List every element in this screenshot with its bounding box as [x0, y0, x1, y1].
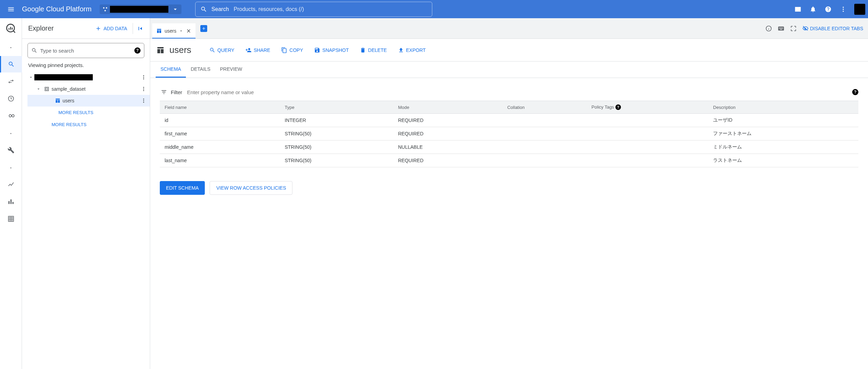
- more-vert-icon: [840, 6, 847, 13]
- rail-item-monitoring[interactable]: [3, 176, 19, 193]
- filter-input[interactable]: [187, 89, 852, 95]
- add-data-button[interactable]: ADD DATA: [95, 25, 127, 32]
- rail-item-bi[interactable]: [3, 193, 19, 210]
- disable-editor-tabs-button[interactable]: DISABLE EDITOR TABS: [800, 25, 866, 32]
- svg-point-18: [143, 89, 144, 90]
- fullscreen-button[interactable]: [787, 22, 800, 35]
- help-button[interactable]: [821, 2, 835, 16]
- rail-item-scheduled[interactable]: [3, 90, 19, 107]
- more-vert-icon: [141, 75, 146, 80]
- table-row: middle_nameSTRING(50)NULLABLEミドルネーム: [160, 141, 858, 154]
- tree-table-row[interactable]: users: [27, 95, 150, 107]
- svg-point-4: [843, 9, 844, 10]
- svg-point-12: [143, 75, 144, 76]
- svg-rect-9: [10, 199, 11, 204]
- rail-item-transfers[interactable]: [3, 73, 19, 90]
- cloud-shell-button[interactable]: [791, 2, 805, 16]
- collapse-explorer-button[interactable]: [133, 23, 144, 34]
- more-results-project-button[interactable]: MORE RESULTS: [27, 119, 150, 131]
- disable-tabs-label: DISABLE EDITOR TABS: [810, 26, 863, 31]
- cell-policy_tags: [587, 154, 708, 167]
- svg-rect-16: [46, 88, 47, 90]
- copy-button[interactable]: COPY: [278, 45, 307, 55]
- brand-title[interactable]: Google Cloud Platform: [22, 5, 91, 13]
- tab-dropdown-icon[interactable]: [179, 29, 183, 33]
- view-row-access-policies-button[interactable]: VIEW ROW ACCESS POLICIES: [210, 181, 292, 195]
- search-input[interactable]: [234, 6, 427, 12]
- filter-help-icon[interactable]: ?: [852, 89, 858, 95]
- cell-field_name: last_name: [160, 154, 280, 167]
- snapshot-button[interactable]: SNAPSHOT: [311, 45, 352, 55]
- table-more-button[interactable]: [140, 97, 148, 105]
- col-mode: Mode: [393, 101, 502, 114]
- new-tab-button[interactable]: [200, 25, 207, 32]
- swap-icon: [8, 78, 14, 85]
- tab-schema[interactable]: SCHEMA: [156, 62, 186, 78]
- svg-point-5: [843, 11, 844, 12]
- explorer-search-input[interactable]: [40, 48, 134, 54]
- rail-item-7[interactable]: ·: [3, 159, 19, 176]
- more-results-dataset-button[interactable]: MORE RESULTS: [27, 107, 150, 119]
- tab-preview[interactable]: PREVIEW: [215, 62, 247, 78]
- svg-point-19: [143, 90, 144, 91]
- explorer-search-box[interactable]: ?: [27, 43, 144, 58]
- tab-details[interactable]: DETAILS: [186, 62, 215, 78]
- more-options-button[interactable]: [836, 2, 850, 16]
- hamburger-menu-button[interactable]: [3, 1, 19, 18]
- chevron-down-icon[interactable]: [35, 86, 42, 92]
- tab-close-button[interactable]: [186, 28, 191, 34]
- explorer-header: Explorer ADD DATA: [22, 18, 150, 39]
- cell-type: INTEGER: [280, 114, 393, 127]
- help-icon[interactable]: ?: [134, 47, 141, 54]
- query-button[interactable]: QUERY: [206, 45, 238, 55]
- cell-description: ラストネーム: [708, 154, 858, 167]
- edit-schema-button[interactable]: EDIT SCHEMA: [160, 181, 205, 195]
- bigquery-icon[interactable]: [5, 22, 17, 35]
- tree-project-row[interactable]: [27, 71, 150, 83]
- rail-item-reservations[interactable]: [3, 108, 19, 124]
- infinity-icon: [7, 112, 15, 120]
- rail-item-1[interactable]: ·: [3, 39, 19, 55]
- info-icon: [765, 25, 772, 32]
- cell-policy_tags: [587, 127, 708, 141]
- search-icon: [200, 6, 207, 13]
- chevron-down-icon[interactable]: [27, 74, 34, 81]
- cell-type: STRING(50): [280, 127, 393, 141]
- save-icon: [314, 47, 320, 53]
- svg-point-13: [143, 77, 144, 78]
- search-icon: [8, 61, 15, 68]
- user-avatar[interactable]: [854, 4, 865, 15]
- cell-description: ファーストネーム: [708, 127, 858, 141]
- schema-button-row: EDIT SCHEMA VIEW ROW ACCESS POLICIES: [160, 181, 858, 195]
- rail-item-admin[interactable]: [3, 142, 19, 158]
- more-vert-icon: [141, 98, 146, 103]
- share-button[interactable]: SHARE: [242, 45, 274, 55]
- rail-item-sql[interactable]: [0, 56, 22, 72]
- svg-point-2: [104, 10, 106, 11]
- cell-description: ミドルネーム: [708, 141, 858, 154]
- project-name-redacted: [34, 74, 93, 80]
- editor-tab-users[interactable]: users: [152, 23, 196, 38]
- chevron-down-icon: [172, 6, 179, 13]
- project-picker[interactable]: [100, 4, 181, 14]
- table-label: users: [63, 98, 140, 103]
- keyboard-button[interactable]: [775, 22, 787, 35]
- table-icon: [156, 28, 162, 34]
- dataset-more-button[interactable]: [140, 85, 148, 93]
- help-icon[interactable]: ?: [615, 104, 621, 110]
- eye-off-icon: [802, 25, 809, 32]
- export-button[interactable]: EXPORT: [394, 45, 429, 55]
- app-header: Google Cloud Platform Search: [0, 0, 868, 18]
- svg-point-20: [143, 99, 144, 100]
- cell-policy_tags: [587, 141, 708, 154]
- info-button[interactable]: [763, 22, 775, 35]
- help-icon: [825, 6, 832, 13]
- delete-button[interactable]: DELETE: [356, 45, 390, 55]
- project-more-button[interactable]: [140, 73, 148, 81]
- rail-item-resources[interactable]: [3, 211, 19, 227]
- trash-icon: [360, 47, 366, 53]
- notifications-button[interactable]: [806, 2, 820, 16]
- tree-dataset-row[interactable]: sample_dataset: [27, 83, 150, 95]
- rail-item-5[interactable]: ·: [3, 125, 19, 141]
- header-search-box[interactable]: Search: [195, 2, 432, 17]
